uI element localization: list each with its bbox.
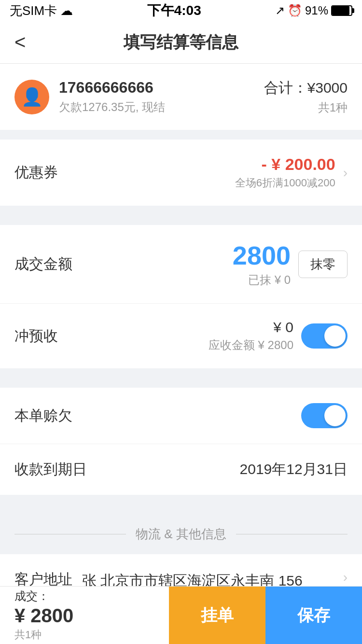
- deal-row: 成交金额 2800 已抹 ¥ 0 抹零: [0, 225, 362, 304]
- header-line-left: [14, 534, 126, 534]
- user-phone: 17666666666: [59, 79, 165, 97]
- status-time: 下午4:03: [147, 1, 201, 20]
- deal-amount: 2800: [233, 240, 291, 270]
- back-button[interactable]: <: [14, 31, 26, 53]
- coupon-row[interactable]: 优惠券 - ¥ 200.00 全场6折满1000减200 ›: [0, 140, 362, 206]
- user-info: 17666666666 欠款1276.35元, 现结: [59, 79, 165, 115]
- bottom-deal-label: 成交：: [14, 588, 154, 604]
- bottom-deal-amount: ¥ 2800: [14, 605, 154, 627]
- battery-icon: [331, 5, 352, 16]
- total-amount: 合计：¥3000: [264, 78, 348, 98]
- battery-percent: 91%: [305, 4, 328, 17]
- debt-row: 本单赊欠: [0, 388, 362, 444]
- erased-text: 已抹 ¥ 0: [233, 272, 291, 288]
- hang-button[interactable]: 挂单: [169, 587, 265, 644]
- coupon-label: 优惠券: [14, 163, 58, 182]
- coupon-right-group: - ¥ 200.00 全场6折满1000减200 ›: [235, 155, 348, 190]
- user-left: 👤 17666666666 欠款1276.35元, 现结: [14, 79, 165, 115]
- prepay-row: 冲预收 ¥ 0 应收金额 ¥ 2800: [0, 304, 362, 368]
- user-card: 👤 17666666666 欠款1276.35元, 现结 合计：¥3000 共1…: [0, 64, 362, 130]
- prepay-toggle[interactable]: [301, 323, 348, 349]
- bottom-deal-count: 共1种: [14, 628, 154, 642]
- page-title: 填写结算等信息: [124, 31, 238, 54]
- due-date-row: 收款到期日 2019年12月31日: [0, 444, 362, 495]
- prepay-right-group: ¥ 0 应收金额 ¥ 2800: [209, 319, 348, 353]
- coupon-desc: 全场6折满1000减200: [235, 176, 335, 190]
- chevron-right-icon: ›: [343, 165, 348, 181]
- avatar: 👤: [14, 80, 49, 114]
- header-line-right: [236, 534, 348, 534]
- due-date-label: 收款到期日: [14, 460, 87, 479]
- debt-toggle-knob: [324, 405, 346, 426]
- user-total: 合计：¥3000 共1种: [264, 78, 348, 115]
- user-sub: 欠款1276.35元, 现结: [59, 99, 165, 115]
- logistics-header: 物流 & 其他信息: [0, 514, 362, 554]
- debt-right-group: [301, 403, 348, 428]
- round-button[interactable]: 抹零: [298, 251, 348, 278]
- toggle-knob: [324, 325, 346, 347]
- prepay-sub: 应收金额 ¥ 2800: [209, 337, 293, 353]
- total-count: 共1种: [264, 100, 348, 115]
- coupon-card: 优惠券 - ¥ 200.00 全场6折满1000减200 ›: [0, 140, 362, 206]
- coupon-amount: - ¥ 200.00: [235, 155, 335, 174]
- deal-label: 成交金额: [14, 254, 72, 274]
- debt-label: 本单赊欠: [14, 406, 72, 426]
- status-left: 无SIM卡 ☁: [10, 2, 73, 19]
- prepay-amount: ¥ 0: [209, 319, 293, 336]
- prepay-values: ¥ 0 应收金额 ¥ 2800: [209, 319, 293, 353]
- deal-value-group: 2800 已抹 ¥ 0: [233, 240, 291, 288]
- location-icon: ↗: [275, 4, 285, 17]
- debt-toggle[interactable]: [301, 403, 348, 428]
- section-divider-2: [0, 378, 362, 388]
- content-area: 👤 17666666666 欠款1276.35元, 现结 合计：¥3000 共1…: [0, 64, 362, 644]
- coupon-value: - ¥ 200.00 全场6折满1000减200: [235, 155, 335, 190]
- bottom-actions: 挂单 保存: [169, 587, 362, 644]
- prepay-label: 冲预收: [14, 326, 58, 346]
- deal-card: 成交金额 2800 已抹 ¥ 0 抹零 冲预收 ¥ 0 应收金额 ¥ 2800: [0, 225, 362, 368]
- avatar-icon: 👤: [21, 87, 43, 107]
- no-sim-text: 无SIM卡 ☁: [10, 2, 73, 19]
- save-button[interactable]: 保存: [265, 587, 362, 644]
- nav-bar: < 填写结算等信息: [0, 21, 362, 64]
- deal-right-group: 2800 已抹 ¥ 0 抹零: [233, 240, 348, 288]
- section-divider-3: [0, 504, 362, 514]
- section-divider-1: [0, 215, 362, 225]
- due-date-value: 2019年12月31日: [240, 460, 348, 479]
- alarm-icon: ⏰: [288, 4, 302, 17]
- bottom-info: 成交： ¥ 2800 共1种: [0, 588, 169, 642]
- status-right: ↗ ⏰ 91%: [275, 4, 352, 17]
- bottom-bar: 成交： ¥ 2800 共1种 挂单 保存: [0, 586, 362, 644]
- debt-card: 本单赊欠 收款到期日 2019年12月31日: [0, 388, 362, 495]
- status-bar: 无SIM卡 ☁ 下午4:03 ↗ ⏰ 91%: [0, 0, 362, 21]
- address-chevron-icon: ›: [343, 570, 348, 585]
- logistics-label: 物流 & 其他信息: [136, 526, 226, 543]
